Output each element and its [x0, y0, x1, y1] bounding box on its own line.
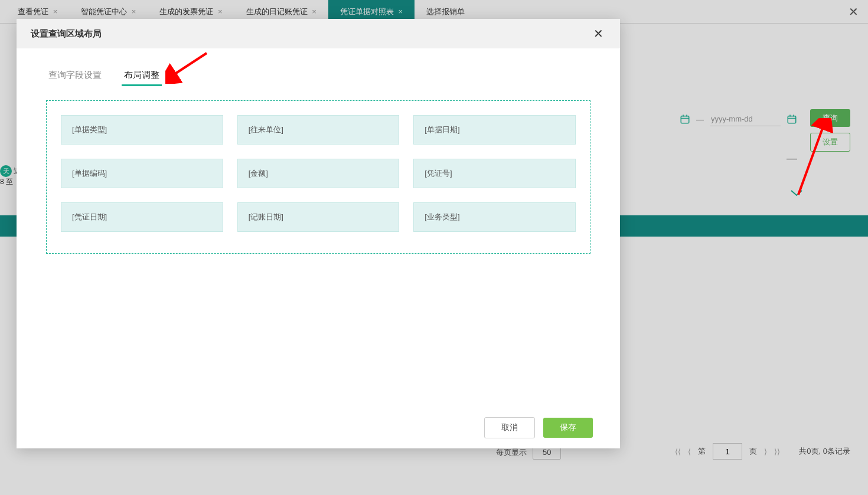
- modal-footer: 取消 保存: [17, 407, 620, 448]
- field-chip-biz-type[interactable]: [业务类型]: [413, 202, 576, 232]
- layout-settings-modal: 设置查询区域布局 ✕ 查询字段设置 布局调整 [单据类型] [往来单位] [单据…: [17, 19, 620, 448]
- modal-body: 查询字段设置 布局调整 [单据类型] [往来单位] [单据日期] [单据编码] …: [17, 48, 620, 407]
- layout-drop-area[interactable]: [单据类型] [往来单位] [单据日期] [单据编码] [金额] [凭证号] […: [46, 100, 590, 254]
- field-chip-doc-date[interactable]: [单据日期]: [413, 115, 576, 145]
- field-chip-voucher-no[interactable]: [凭证号]: [413, 159, 576, 188]
- modal-title: 设置查询区域布局: [31, 28, 102, 40]
- modal-tabs: 查询字段设置 布局调整: [46, 66, 590, 86]
- layout-grid: [单据类型] [往来单位] [单据日期] [单据编码] [金额] [凭证号] […: [61, 115, 576, 232]
- modal-header: 设置查询区域布局 ✕: [17, 19, 620, 48]
- cancel-button[interactable]: 取消: [484, 417, 535, 438]
- field-chip-partner[interactable]: [往来单位]: [237, 115, 400, 145]
- close-icon[interactable]: ✕: [591, 24, 606, 43]
- field-chip-doc-code[interactable]: [单据编码]: [61, 159, 223, 188]
- save-button[interactable]: 保存: [543, 418, 593, 438]
- field-chip-voucher-date[interactable]: [凭证日期]: [61, 202, 223, 232]
- field-chip-doc-type[interactable]: [单据类型]: [61, 115, 223, 145]
- field-chip-amount[interactable]: [金额]: [237, 159, 400, 188]
- tab-query-fields[interactable]: 查询字段设置: [46, 66, 104, 86]
- field-chip-posting-date[interactable]: [记账日期]: [237, 202, 400, 232]
- tab-layout-adjust[interactable]: 布局调整: [122, 66, 162, 86]
